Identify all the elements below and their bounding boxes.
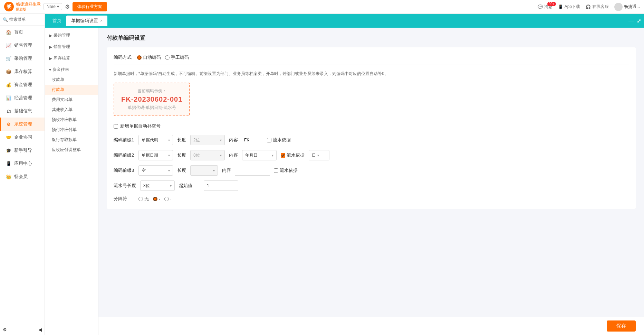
serial1-check[interactable]: 流水依据 — [267, 137, 291, 143]
tab-close-icon[interactable]: × — [100, 18, 103, 23]
sub-group-finance-title[interactable]: ▾ 资金往来 — [45, 65, 98, 75]
sidebar-item-basic-info[interactable]: 🗂 基础信息 — [0, 104, 45, 118]
sub-item-payment[interactable]: 付款单 — [45, 85, 98, 95]
sidebar-item-inventory[interactable]: 📦 库存核算 — [0, 65, 45, 78]
sub-group-finance: ▾ 资金往来 收款单 付款单 费用支出单 其他收入单 预收冲应收单 预付冲应付单… — [45, 65, 98, 155]
length2-label: 长度 — [177, 152, 186, 158]
serial3-checkbox[interactable] — [274, 168, 278, 173]
separator-options: 无 - · — [138, 196, 172, 202]
length1-chevron-icon: ▾ — [220, 138, 222, 142]
sub-item-bank[interactable]: 银行存取款单 — [45, 135, 98, 145]
serial3-check[interactable]: 流水依据 — [274, 167, 298, 174]
length1-value: 2位 — [193, 137, 200, 143]
sidebar-item-sales[interactable]: 📈 销售管理 — [0, 39, 45, 52]
serial2-checkbox[interactable] — [281, 153, 285, 158]
example-desc: 单据代码-单据日期-流水号 — [121, 105, 182, 111]
settings-icon[interactable]: ⚙ — [65, 3, 70, 10]
sidebar-settings-icon[interactable]: ⚙ — [3, 327, 7, 332]
sep-dash[interactable]: - — [153, 196, 160, 202]
sidebar-item-system[interactable]: ⚙ 系统管理 — [0, 118, 45, 131]
tab-minimize-icon[interactable]: — — [628, 18, 634, 24]
sub-group-inventory-title[interactable]: ▶ 库存核算 — [45, 53, 98, 63]
tab-actions: — ⤢ — [628, 18, 641, 24]
app-download-item[interactable]: 📱 App下载 — [558, 4, 580, 10]
length2-value: 8位 — [193, 152, 200, 158]
sidebar-item-operations[interactable]: 📊 经营管理 — [0, 91, 45, 104]
sidebar-item-app-center[interactable]: 📱 应用中心 — [0, 157, 45, 170]
serial2-check[interactable]: 流水依据 — [281, 152, 305, 158]
main-layout: 🔍 搜索菜单 🏠 首页 📈 销售管理 🛒 采购管理 📦 库存核算 💰 资金管理 … — [0, 14, 644, 335]
content1-label: 内容 — [229, 137, 238, 143]
separator-label: 分隔符 — [114, 196, 134, 202]
sidebar-item-label: 应用中心 — [14, 160, 32, 167]
length3-input: ▾ — [190, 165, 218, 176]
sidebar-item-home[interactable]: 🏠 首页 — [0, 26, 45, 39]
serial1-checkbox[interactable] — [267, 138, 271, 142]
prefix1-select[interactable]: 单据代码 ▾ — [138, 135, 173, 145]
user-item[interactable]: 畅捷通... — [614, 3, 640, 11]
length2-chevron-icon: ▾ — [220, 153, 222, 157]
sep-dot-label: · — [170, 196, 172, 202]
nav-dropdown[interactable]: Nare ▾ — [44, 3, 62, 10]
serial-config-row: 流水号长度 3位 ▾ 起始值 — [114, 180, 629, 191]
sidebar-item-finance[interactable]: 💰 资金管理 — [0, 78, 45, 91]
radio-manual-encode[interactable]: 手工编码 — [165, 54, 189, 61]
tab-expand-icon[interactable]: ⤢ — [637, 18, 641, 24]
radio-auto-encode[interactable]: 自动编码 — [137, 54, 161, 61]
sidebar-collapse-icon[interactable]: ◀ — [38, 327, 42, 332]
sidebar-item-purchase[interactable]: 🛒 采购管理 — [0, 52, 45, 65]
prefix2-chevron-icon: ▾ — [168, 153, 170, 157]
message-item[interactable]: 💬 消息 99+ — [538, 4, 552, 10]
search-icon: 🔍 — [3, 17, 8, 22]
radio-auto-encode-input[interactable] — [137, 55, 142, 60]
promo-button[interactable]: 体验行业方案 — [73, 2, 107, 11]
auto-fill-label: 新增单据自动补空号 — [120, 123, 161, 129]
sep-dot[interactable]: · — [164, 196, 172, 202]
sub-item-prepay-receive[interactable]: 预收冲应收单 — [45, 115, 98, 125]
app-center-icon: 📱 — [6, 161, 11, 166]
sub-item-receipt[interactable]: 收款单 — [45, 75, 98, 85]
tab-home[interactable]: 首页 — [48, 16, 66, 26]
sub-group-sales-title[interactable]: ▶ 销售管理 — [45, 42, 98, 52]
content2-select[interactable]: 年月日 ▾ — [242, 150, 277, 160]
radio-manual-encode-input[interactable] — [165, 55, 170, 60]
sidebar-search[interactable]: 🔍 搜索菜单 — [0, 14, 45, 26]
sub-item-adjustment[interactable]: 应收应付调整单 — [45, 145, 98, 155]
sidebar-item-label: 企业协同 — [14, 134, 32, 140]
tab-encoding-settings[interactable]: 单据编码设置 × — [66, 16, 107, 26]
sub-item-expense[interactable]: 费用支出单 — [45, 95, 98, 105]
sep-dash-radio[interactable] — [153, 197, 157, 201]
content3-input[interactable] — [235, 165, 270, 176]
content1-input[interactable] — [242, 135, 263, 145]
prefix2-select[interactable]: 单据日期 ▾ — [138, 150, 173, 160]
sidebar-item-guide[interactable]: 🎓 新手引导 — [0, 144, 45, 157]
top-bar-nav: Nare ▾ ⚙ 体验行业方案 — [44, 2, 107, 11]
sep-none[interactable]: 无 — [138, 196, 149, 202]
example-box: 当前编码示例： FK-20230602-001 单据代码-单据日期-流水号 — [114, 83, 190, 116]
sidebar-item-vip[interactable]: 👑 畅会员 — [0, 170, 45, 183]
sub-group-purchase-title[interactable]: ▶ 采购管理 — [45, 30, 98, 40]
example-code: FK-20230602-001 — [121, 95, 182, 103]
sidebar-item-label: 基础信息 — [14, 108, 32, 114]
prefix1-chevron-icon: ▾ — [168, 138, 170, 142]
sub-group-finance-label: 资金往来 — [52, 67, 69, 73]
sub-item-prepay-pay[interactable]: 预付冲应付单 — [45, 125, 98, 135]
serial1-label: 流水依据 — [273, 137, 291, 143]
save-button[interactable]: 保存 — [607, 320, 636, 332]
nav-dropdown-text: Nare — [47, 4, 56, 9]
sub-item-other-income[interactable]: 其他收入单 — [45, 105, 98, 115]
start-value-input[interactable] — [204, 180, 238, 191]
online-service-item[interactable]: 🎧 在线客服 — [586, 4, 609, 10]
serial2-day-select[interactable]: 日 ▾ — [309, 150, 329, 160]
nav-dropdown-chevron-icon: ▾ — [57, 4, 59, 9]
sep-none-radio[interactable] — [138, 197, 143, 201]
sep-dot-radio[interactable] — [164, 197, 169, 201]
operations-icon: 📊 — [6, 95, 11, 101]
main-panel: 付款单编码设置 编码方式 自动编码 — [98, 28, 644, 335]
sidebar-item-enterprise[interactable]: 🤝 企业协同 — [0, 131, 45, 144]
prefix3-select[interactable]: 空 ▾ — [138, 165, 173, 176]
serial-length-select[interactable]: 3位 ▾ — [140, 180, 175, 191]
auto-fill-checkbox[interactable] — [114, 124, 118, 129]
sub-group-sales-label: 销售管理 — [54, 44, 70, 50]
purchase-icon: 🛒 — [6, 56, 11, 61]
